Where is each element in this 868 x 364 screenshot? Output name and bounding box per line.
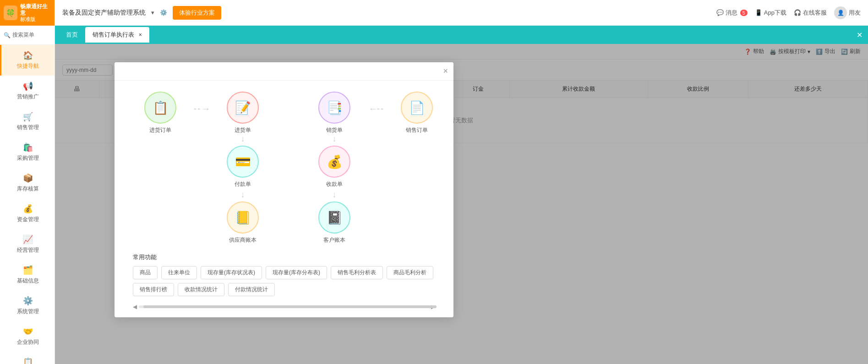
search-icon: 🔍 [4, 32, 11, 38]
func-row-1: 商品 往来单位 现存量(库存状况表) 现存量(库存分布表) 销售毛利分析表 商品… [133, 266, 435, 279]
sales-icon: 🛒 [23, 112, 33, 122]
modal-dialog: × 📋 进货订单 [115, 62, 453, 317]
app-logo: 🍀 畅康通好生意 标准版 [0, 0, 55, 26]
main-area: 装备及固定资产辅助管理系统 ▾ ⚙️ 体验行业方案 💬 消息 5 📱 App下载… [55, 0, 868, 364]
service-icon: 🎧 [794, 9, 801, 16]
arrow-so-to-sb: ←- - [369, 103, 383, 114]
tab-close-corner-icon[interactable]: ✕ [857, 31, 863, 39]
flow-node-sales-bill[interactable]: 📑 销货单 [307, 92, 362, 134]
flow-node-receipt-bill[interactable]: 💰 收款单 [307, 146, 362, 188]
arrow-pay-down: ↓ [241, 190, 245, 200]
message-btn[interactable]: 💬 消息 5 [716, 9, 748, 17]
tab-home[interactable]: 首页 [59, 27, 85, 43]
message-badge: 5 [740, 10, 748, 16]
logo-icon: 🍀 [4, 5, 17, 20]
modal-scrollbar-area: ◀ ▶ [133, 304, 435, 310]
sidebar-item-basic[interactable]: 🗂️ 基础信息 [0, 260, 55, 290]
func-btn-product[interactable]: 商品 [133, 266, 158, 279]
scroll-left-btn[interactable]: ◀ [133, 304, 137, 310]
basic-icon: 🗂️ [23, 265, 33, 275]
sidebar-item-guide[interactable]: 📋 新手引导 [0, 352, 55, 364]
flow-node-payment-bill[interactable]: 💳 付款单 [215, 146, 270, 188]
sidebar-item-finance[interactable]: 💰 资金管理 [0, 198, 55, 229]
arrow-po-to-pb: - - → [194, 103, 209, 114]
sales-bill-circle: 📑 [318, 92, 350, 124]
common-functions-title: 常用功能 [133, 253, 435, 261]
supplier-ledger-circle: 📒 [227, 201, 259, 234]
system-icon: ⚙️ [23, 296, 33, 306]
func-btn-product-gross[interactable]: 商品毛利分析 [387, 266, 433, 279]
tab-sales-order[interactable]: 销售订单执行表 × [85, 27, 149, 43]
online-service-btn[interactable]: 🎧 在线客服 [794, 9, 827, 17]
sidebar-item-cooperation[interactable]: 🤝 企业协同 [0, 321, 55, 352]
supplier-ledger-label: 供应商账本 [229, 236, 257, 244]
func-btn-sales-gross[interactable]: 销售毛利分析表 [331, 266, 383, 279]
modal-overlay[interactable]: × 📋 进货订单 [55, 44, 868, 364]
receipt-bill-label: 收款单 [326, 180, 343, 188]
flow-node-purchase-order[interactable]: 📋 进货订单 [133, 92, 188, 134]
download-icon: 📱 [755, 9, 762, 16]
user-avatar: 👤 [834, 6, 847, 19]
receipt-bill-circle: 💰 [318, 146, 350, 178]
func-btn-receipt-stats[interactable]: 收款情况统计 [178, 283, 224, 296]
header-left: 装备及固定资产辅助管理系统 ▾ ⚙️ 体验行业方案 [62, 6, 221, 20]
tab-bar: 首页 销售订单执行表 × ✕ [55, 26, 868, 44]
sales-order-circle: 📄 [401, 92, 433, 124]
inventory-icon: 📦 [23, 173, 33, 183]
sidebar-item-inventory[interactable]: 📦 库存核算 [0, 168, 55, 198]
modal-close-btn[interactable]: × [443, 67, 448, 75]
func-btn-inventory-status[interactable]: 现存量(库存状况表) [201, 266, 262, 279]
sidebar: 🍀 畅康通好生意 标准版 🔍 搜索菜单 🏠 快捷导航 📢 营销推广 🛒 销售管理… [0, 0, 55, 364]
sales-bill-label: 销货单 [326, 126, 343, 134]
func-row-2: 销售排行榜 收款情况统计 付款情况统计 [133, 283, 435, 296]
sidebar-item-purchase[interactable]: 🛍️ 采购管理 [0, 137, 55, 168]
sidebar-item-sales[interactable]: 🛒 销售管理 [0, 106, 55, 137]
purchase-bill-label: 进货单 [235, 126, 251, 134]
payment-bill-label: 付款单 [235, 180, 251, 188]
flow-node-purchase-bill[interactable]: 📝 进货单 [215, 92, 270, 134]
try-button[interactable]: 体验行业方案 [173, 6, 221, 20]
system-title: 装备及固定资产辅助管理系统 [62, 9, 146, 17]
operation-icon: 📈 [23, 234, 33, 244]
user-menu[interactable]: 👤 用友 [834, 6, 861, 19]
content-area: ❓ 帮助 🖨️ 按模板打印 ▾ ⬆️ 导出 🔄 刷新 📅 单据状态 [55, 44, 868, 364]
func-btn-inventory-dist[interactable]: 现存量(库存分布表) [266, 266, 327, 279]
settings-icon[interactable]: ⚙️ [160, 9, 167, 16]
home-icon: 🏠 [23, 50, 33, 60]
message-icon: 💬 [716, 9, 724, 16]
scrollbar-track [139, 305, 429, 308]
func-btn-payment-stats[interactable]: 付款情况统计 [228, 283, 275, 296]
sidebar-item-operation[interactable]: 📈 经营管理 [0, 229, 55, 260]
common-functions: 常用功能 商品 往来单位 现存量(库存状况表) 现存量(库存分布表) 销售毛利分… [133, 253, 435, 296]
sidebar-item-quick-nav[interactable]: 🏠 快捷导航 [0, 45, 55, 76]
top-header: 装备及固定资产辅助管理系统 ▾ ⚙️ 体验行业方案 💬 消息 5 📱 App下载… [55, 0, 868, 26]
purchase-order-label: 进货订单 [149, 126, 171, 134]
flow-node-customer-ledger[interactable]: 📓 客户账本 [307, 201, 362, 244]
header-right: 💬 消息 5 📱 App下载 🎧 在线客服 👤 用友 [716, 6, 861, 19]
app-download-btn[interactable]: 📱 App下载 [755, 9, 786, 17]
func-btn-sales-ranking[interactable]: 销售排行榜 [133, 283, 174, 296]
cooperation-icon: 🤝 [23, 326, 33, 337]
arrow-sb-down: ↓ [333, 134, 337, 144]
sidebar-item-marketing[interactable]: 📢 营销推广 [0, 76, 55, 106]
scrollbar-thumb[interactable] [143, 305, 437, 308]
modal-header: × [115, 62, 453, 81]
dropdown-icon[interactable]: ▾ [151, 9, 154, 16]
modal-body: 📋 进货订单 - - → 📝 进货单 [115, 81, 453, 317]
customer-ledger-circle: 📓 [318, 201, 350, 234]
marketing-icon: 📢 [23, 81, 33, 91]
sales-order-label: 销售订单 [406, 126, 428, 134]
purchase-bill-circle: 📝 [227, 92, 259, 124]
flow-node-supplier-ledger[interactable]: 📒 供应商账本 [215, 201, 270, 244]
search-menu-btn[interactable]: 🔍 搜索菜单 [4, 29, 51, 41]
func-btn-counterparty[interactable]: 往来单位 [161, 266, 197, 279]
guide-icon: 📋 [23, 357, 33, 364]
sidebar-item-system[interactable]: ⚙️ 系统管理 [0, 290, 55, 321]
purchase-icon: 🛍️ [23, 142, 33, 152]
customer-ledger-label: 客户账本 [323, 236, 345, 244]
tab-close-icon[interactable]: × [139, 32, 142, 38]
flow-node-sales-order[interactable]: 📄 销售订单 [389, 92, 444, 134]
arrow-rec-down: ↓ [333, 190, 337, 200]
sidebar-search[interactable]: 🔍 搜索菜单 [0, 26, 55, 45]
payment-bill-circle: 💳 [227, 146, 259, 178]
